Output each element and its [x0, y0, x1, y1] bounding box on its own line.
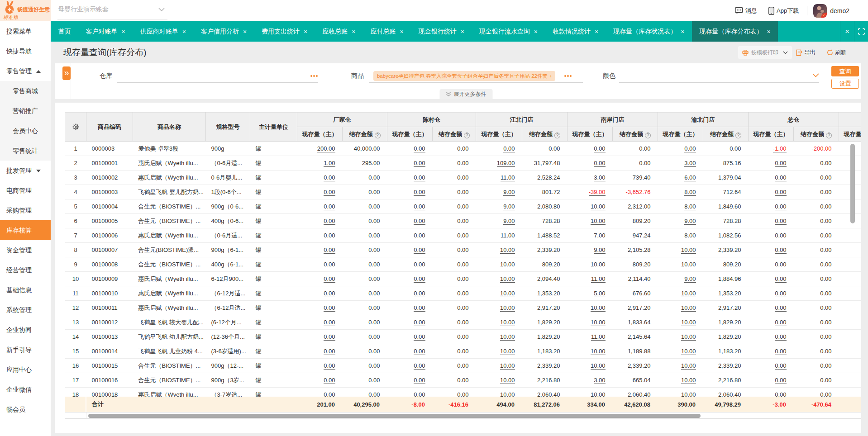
qty-link[interactable]: 10.00 — [681, 348, 696, 355]
qty-link[interactable]: 0.00 — [775, 290, 786, 297]
qty-link[interactable]: 8.00 — [684, 232, 696, 239]
qty-link[interactable]: 0.00 — [414, 377, 425, 384]
qty-link[interactable]: 10.00 — [681, 290, 696, 297]
sidebar-item-企业协同[interactable]: 企业协同 — [0, 320, 51, 340]
qty-link[interactable]: 10.00 — [500, 333, 515, 341]
sidebar-item-经营管理[interactable]: 经营管理 — [0, 260, 51, 280]
tab-现存量（库存分布表）[interactable]: 现存量（库存分布表）× — [692, 21, 778, 42]
question-circle-icon[interactable] — [645, 133, 651, 138]
sidebar-item-采购管理[interactable]: 采购管理 — [0, 200, 51, 220]
qty-link[interactable]: 10.00 — [591, 304, 606, 312]
print-by-template-button[interactable]: 按模板打印 — [738, 46, 792, 59]
sidebar-item-库存核算[interactable]: 库存核算 — [0, 220, 51, 240]
qty-subheader[interactable]: 现存量（主） — [568, 127, 613, 142]
amount-subheader[interactable]: 结存金额 — [343, 127, 387, 142]
tab-应收总账[interactable]: 应收总账× — [315, 21, 363, 42]
sidebar-item-快捷导航[interactable]: 快捷导航 — [0, 41, 51, 61]
qty-link[interactable]: 9.00 — [684, 218, 696, 225]
collapse-filter-button[interactable] — [62, 66, 71, 80]
qty-link[interactable]: 0.00 — [775, 174, 786, 181]
amount-subheader[interactable]: 结存金额 — [433, 127, 476, 142]
qty-link[interactable]: 11.00 — [501, 232, 515, 239]
sidebar-item-畅会员[interactable]: 畅会员 — [0, 399, 51, 419]
qty-link[interactable]: 10.00 — [681, 362, 696, 370]
tab-close-icon[interactable]: × — [352, 28, 355, 35]
sidebar-item-基础信息[interactable]: 基础信息 — [0, 280, 51, 300]
qty-link[interactable]: 0.00 — [414, 275, 425, 283]
qty-link[interactable]: 10.00 — [591, 362, 606, 370]
color-select[interactable] — [619, 82, 819, 83]
qty-link[interactable]: 0.00 — [414, 160, 425, 167]
qty-link[interactable]: 0.00 — [775, 261, 786, 268]
qty-link[interactable]: 0.00 — [775, 218, 786, 225]
qty-link[interactable]: 0.00 — [414, 218, 425, 225]
question-circle-icon[interactable] — [375, 133, 381, 138]
qty-link[interactable]: 10.00 — [681, 377, 696, 384]
qty-link[interactable]: 0.00 — [324, 290, 335, 297]
tab-现金银行统计[interactable]: 现金银行统计× — [411, 21, 472, 42]
qty-subheader[interactable]: 现存量（主） — [658, 127, 703, 142]
qty-link[interactable]: 0.00 — [775, 304, 786, 312]
tab-close-icon[interactable]: × — [681, 28, 684, 35]
qty-link[interactable]: 0.00 — [775, 348, 786, 355]
qty-link[interactable]: 0.00 — [775, 203, 786, 210]
qty-link[interactable]: 0.00 — [775, 189, 786, 196]
qty-link[interactable]: 0.00 — [503, 145, 515, 152]
qty-link[interactable]: 3.00 — [594, 377, 605, 384]
qty-link[interactable]: 10.00 — [591, 218, 606, 225]
qty-link[interactable]: 10.00 — [500, 304, 515, 312]
question-circle-icon[interactable] — [826, 133, 832, 138]
qty-subheader[interactable]: 现存量（主） — [839, 127, 862, 142]
qty-link[interactable]: 0.00 — [324, 189, 335, 196]
qty-link[interactable]: 9.00 — [684, 275, 696, 283]
qty-link[interactable]: 10.00 — [591, 319, 606, 326]
qty-link[interactable]: 0.00 — [324, 362, 335, 370]
qty-link[interactable]: 10.00 — [500, 348, 515, 355]
app-download-button[interactable]: App下载 — [768, 7, 799, 15]
qty-link[interactable]: 0.00 — [414, 174, 425, 181]
close-all-tabs-button[interactable]: × — [840, 21, 854, 42]
question-circle-icon[interactable] — [554, 133, 560, 138]
tab-费用支出统计[interactable]: 费用支出统计× — [254, 21, 315, 42]
product-more-icon[interactable] — [563, 75, 572, 77]
qty-link[interactable]: 0.00 — [324, 275, 335, 283]
sidebar-item-资金管理[interactable]: 资金管理 — [0, 240, 51, 260]
tab-供应商对账单[interactable]: 供应商对账单× — [133, 21, 193, 42]
horizontal-scrollbar-thumb[interactable] — [88, 414, 701, 418]
column-header-商品编码[interactable]: 商品编码 — [86, 113, 133, 142]
tab-close-icon[interactable]: × — [243, 28, 247, 35]
column-header-商品名称[interactable]: 商品名称 — [133, 113, 206, 142]
vertical-scrollbar-thumb[interactable] — [850, 144, 855, 223]
qty-link[interactable]: 0.00 — [775, 362, 786, 370]
qty-link[interactable]: 9.00 — [503, 189, 515, 196]
qty-link[interactable]: 0.00 — [324, 333, 335, 341]
tab-应付总账[interactable]: 应付总账× — [363, 21, 411, 42]
qty-link[interactable]: 0.00 — [324, 174, 335, 181]
qty-link[interactable]: 0.00 — [414, 203, 425, 210]
account-select[interactable]: 母婴行业演示账套 — [57, 0, 167, 19]
chevron-down-icon[interactable] — [812, 73, 819, 77]
qty-link[interactable]: 0.00 — [414, 246, 425, 254]
qty-link[interactable]: 10.00 — [500, 261, 515, 268]
qty-link[interactable]: 0.00 — [324, 348, 335, 355]
warehouse-input[interactable] — [117, 82, 318, 83]
qty-link[interactable]: 10.00 — [591, 261, 606, 268]
qty-link[interactable]: 0.00 — [414, 319, 425, 326]
qty-link[interactable]: -39.00 — [589, 189, 606, 196]
sidebar-item-新手引导[interactable]: 新手引导 — [0, 340, 51, 360]
qty-link[interactable]: 7.00 — [594, 232, 605, 239]
tab-客户对账单[interactable]: 客户对账单× — [78, 21, 133, 42]
qty-link[interactable]: 11.00 — [591, 333, 606, 341]
qty-link[interactable]: 0.00 — [414, 232, 425, 239]
qty-link[interactable]: 0.00 — [775, 232, 786, 239]
qty-link[interactable]: 9.00 — [503, 218, 515, 225]
product-filter-tag[interactable]: babycare孕妇待产包 春季入院全套母子组合孕妇产后冬季月子用品 22件套› — [373, 71, 555, 81]
qty-link[interactable]: 10.00 — [591, 348, 606, 355]
qty-link[interactable]: 109.00 — [497, 160, 515, 167]
qty-link[interactable]: 0.00 — [414, 362, 425, 370]
fullscreen-button[interactable] — [854, 21, 868, 42]
sidebar-item-零售管理[interactable]: 零售管理 — [0, 61, 51, 81]
qty-link[interactable]: 8.00 — [684, 189, 696, 196]
qty-link[interactable]: 0.00 — [324, 232, 335, 239]
sidebar-item-搜索菜单[interactable]: 搜索菜单 — [0, 21, 51, 41]
